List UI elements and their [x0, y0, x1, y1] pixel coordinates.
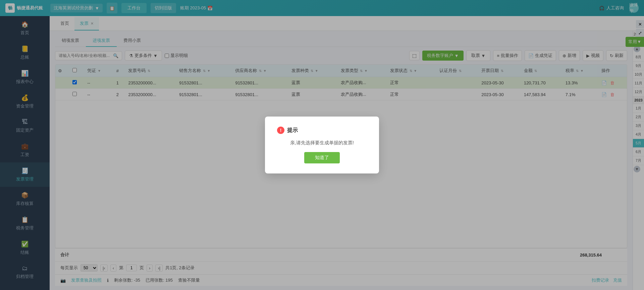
dialog-title-row: ! 提示 — [277, 127, 298, 134]
dialog-ok-button[interactable]: 知道了 — [304, 152, 340, 163]
dialog-title: 提示 — [287, 127, 298, 134]
modal-overlay: ! 提示 亲,请先选择要生成单据的发票! 知道了 — [0, 0, 644, 290]
warning-icon: ! — [277, 127, 284, 134]
dialog-message: 亲,请先选择要生成单据的发票! — [290, 140, 354, 146]
dialog: ! 提示 亲,请先选择要生成单据的发票! 知道了 — [265, 117, 379, 173]
